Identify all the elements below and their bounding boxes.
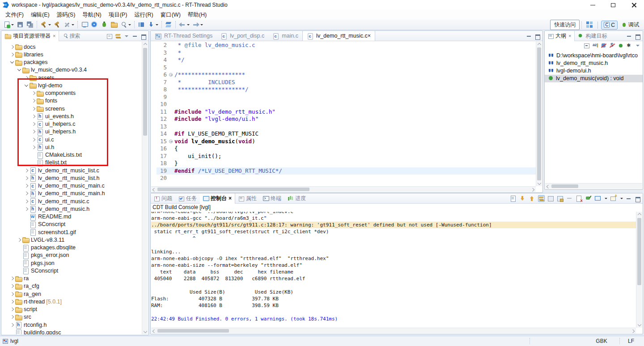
next-annotation-icon[interactable] — [519, 195, 526, 202]
expand-twisty-icon[interactable] — [10, 277, 14, 280]
tab-outline[interactable]: 大纲 × — [545, 31, 575, 41]
expand-twisty-icon[interactable] — [10, 323, 14, 326]
minimize-editor-icon[interactable] — [526, 33, 532, 39]
tree-item[interactable]: lv_demo_rtt_music.c — [2, 197, 142, 205]
console-tab-4[interactable]: 属性 — [235, 193, 260, 204]
maximize-editor-icon[interactable] — [534, 33, 541, 39]
close-console-tab-button[interactable]: × — [229, 195, 232, 201]
tree-item[interactable]: ra_cfg — [2, 282, 142, 290]
console-vertical-scrollbar[interactable] — [636, 212, 642, 328]
expand-twisty-icon[interactable] — [25, 176, 28, 180]
outline-item[interactable]: D:\workspace\hmi-board\lvgl\rtco — [545, 51, 643, 59]
expand-twisty-icon[interactable] — [25, 184, 28, 188]
stack-analysis-button[interactable] — [164, 20, 173, 29]
sort-icon[interactable] — [592, 43, 598, 49]
close-editor-tab-button[interactable]: × — [368, 33, 371, 39]
build-settings-button[interactable] — [63, 20, 75, 29]
close-explorer-tab-button[interactable]: × — [53, 33, 55, 38]
tree-item[interactable]: SConscript — [2, 267, 142, 274]
build-dropdown-icon[interactable] — [48, 24, 51, 26]
minimize-panel-icon[interactable] — [132, 33, 138, 39]
console-output[interactable]: arm-none-eabi-gcc "../board/lvgl/lv_port… — [151, 212, 636, 328]
hide-non-public-icon[interactable] — [618, 43, 624, 49]
console-settings-icon[interactable] — [510, 195, 517, 202]
sdk-manager-button[interactable] — [90, 20, 99, 29]
forward-dropdown-icon[interactable] — [200, 24, 203, 26]
pin-console-icon[interactable] — [585, 195, 592, 202]
console-tab-5[interactable]: 终端 — [260, 193, 284, 204]
view-menu-icon[interactable] — [123, 33, 130, 39]
tree-item[interactable]: LVGL-v8.3.11 — [2, 236, 142, 243]
minimize-outline-icon[interactable] — [626, 33, 632, 39]
expand-twisty-icon[interactable] — [10, 292, 14, 295]
minimize-window-button[interactable] — [582, 0, 603, 10]
tree-item[interactable]: lv_music_demo-v0.3.4 — [2, 66, 142, 74]
expand-twisty-icon[interactable] — [10, 53, 14, 56]
activate-on-output-icon[interactable] — [538, 195, 545, 202]
outline-horizontal-scrollbar[interactable] — [545, 183, 642, 189]
tree-item[interactable]: packages.dbsqlite — [2, 244, 142, 252]
display-selected-console-icon[interactable] — [594, 195, 601, 202]
outline-item[interactable]: lvgl-demo/ui.h — [545, 67, 643, 75]
tree-item[interactable]: SConscript — [2, 221, 142, 228]
open-resource-button[interactable] — [110, 20, 119, 29]
tree-item[interactable]: lv_demo_rtt_music_main.h — [2, 190, 142, 197]
editor-vertical-scrollbar[interactable] — [536, 42, 542, 186]
outline-item[interactable]: lv_demo_music(void) : void — [545, 75, 643, 82]
tree-item[interactable]: rtconfig.h — [2, 321, 142, 329]
console-horizontal-scrollbar[interactable] — [151, 328, 636, 333]
expand-twisty-icon[interactable] — [10, 308, 14, 311]
forward-button[interactable] — [191, 20, 204, 29]
menu-item-4[interactable]: 导航(N) — [79, 10, 105, 20]
maximize-window-button[interactable] — [603, 0, 623, 10]
expand-twisty-icon[interactable] — [10, 45, 14, 48]
quick-access-button[interactable]: 快速访问 — [550, 20, 580, 30]
open-perspective-icon[interactable] — [586, 21, 593, 28]
tree-item[interactable]: pkgs_error.json — [2, 252, 142, 259]
menu-item-3[interactable]: 源码(S) — [53, 10, 79, 20]
terminal-monitor-button[interactable] — [80, 20, 89, 29]
tree-item[interactable]: src — [2, 313, 142, 321]
tree-item[interactable]: lv_demo_rtt_music_list.c — [2, 167, 142, 174]
editor-tab-main-c[interactable]: main.c — [268, 31, 302, 41]
minimize-console-icon[interactable] — [626, 196, 632, 202]
tree-item[interactable]: screenshot1.gif — [2, 228, 142, 236]
open-console-icon[interactable] — [610, 195, 617, 202]
menu-item-8[interactable]: 帮助(H) — [184, 10, 210, 20]
expand-twisty-icon[interactable] — [10, 315, 14, 319]
tree-item[interactable]: lv_demo_rtt_music_list.h — [2, 174, 142, 182]
search-dropdown-icon[interactable] — [128, 24, 131, 26]
hide-fields-icon[interactable] — [601, 43, 607, 49]
new-wizard-button[interactable] — [2, 20, 15, 29]
editor-tab-lv-demo-rtt-music-c[interactable]: lv_demo_rtt_music.c× — [302, 31, 375, 41]
menu-item-5[interactable]: 项目(P) — [105, 10, 131, 20]
tree-item[interactable]: buildinfo.gpdsc — [2, 329, 142, 334]
search-button[interactable] — [119, 20, 132, 29]
explorer-vertical-scrollbar[interactable] — [142, 42, 148, 334]
outline-collapse-all-icon[interactable] — [584, 43, 590, 49]
clear-console-icon[interactable] — [576, 195, 582, 202]
build-button[interactable] — [39, 20, 52, 29]
tree-item[interactable]: docs — [2, 43, 142, 51]
expand-twisty-icon[interactable] — [25, 168, 28, 172]
code-editor[interactable]: 2 * @file lv_demo_music.c3 *4 */56/*****… — [151, 42, 536, 186]
previous-annotation-icon[interactable] — [529, 195, 535, 202]
outline-view-menu-icon[interactable] — [635, 43, 641, 49]
tree-item[interactable]: script — [2, 306, 142, 313]
console-tab-2[interactable]: 任务 — [175, 193, 200, 204]
expand-twisty-icon[interactable] — [25, 199, 28, 203]
menu-item-6[interactable]: 运行(R) — [131, 10, 157, 20]
save-button[interactable] — [16, 20, 25, 29]
tree-item[interactable]: packages — [2, 59, 142, 66]
menu-item-7[interactable]: 窗口(W) — [157, 10, 184, 20]
console-tab-6[interactable]: 进度 — [284, 193, 309, 204]
tree-item[interactable]: lv_demo_rtt_music_main.c — [2, 182, 142, 190]
maximize-console-icon[interactable] — [635, 196, 641, 202]
tree-item[interactable]: README.md — [2, 213, 142, 221]
flash-download-dropdown-icon[interactable] — [156, 24, 158, 26]
clear-console-disabled-icon[interactable] — [566, 195, 573, 202]
collapse-twisty-icon[interactable] — [17, 68, 21, 71]
new-wizard-dropdown-icon[interactable] — [11, 24, 14, 26]
tree-item[interactable]: pkgs.json — [2, 259, 142, 267]
tab-build-targets[interactable]: 构建目标 — [575, 31, 610, 41]
